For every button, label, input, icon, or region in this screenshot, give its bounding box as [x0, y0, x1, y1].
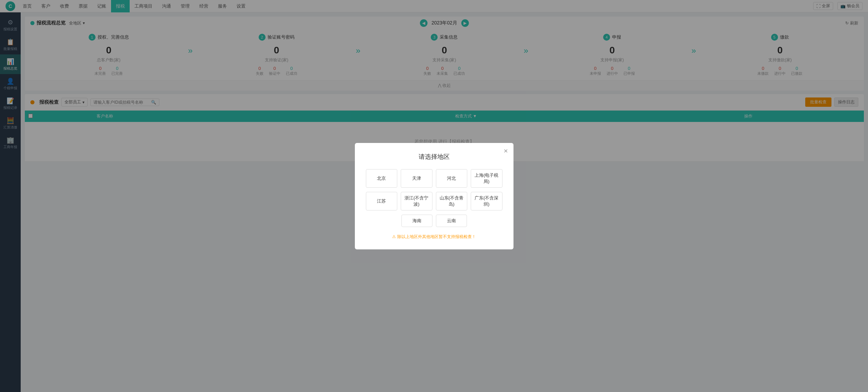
modal-title: 请选择地区 — [366, 153, 502, 161]
modal-warning: ⚠ 除以上地区外其他地区暂不支持报税检查！ — [366, 234, 502, 240]
region-row-1: 北京 天津 河北 上海(电子税局) — [366, 169, 502, 188]
warning-text: 除以上地区外其他地区暂不支持报税检查！ — [397, 234, 476, 240]
region-row-2: 江苏 浙江(不含宁波) 山东(不含青岛) 广东(不含深圳) — [366, 192, 502, 210]
region-beijing[interactable]: 北京 — [366, 169, 398, 188]
region-shandong[interactable]: 山东(不含青岛) — [436, 192, 468, 210]
region-zhejiang[interactable]: 浙江(不含宁波) — [401, 192, 432, 210]
region-jiangsu[interactable]: 江苏 — [366, 192, 398, 210]
modal-close-button[interactable]: ✕ — [503, 148, 508, 154]
region-row-3: 海南 云南 — [366, 215, 502, 227]
warning-icon: ⚠ — [392, 234, 396, 239]
region-yunnan[interactable]: 云南 — [436, 215, 467, 227]
region-guangdong[interactable]: 广东(不含深圳) — [471, 192, 502, 210]
region-hainan[interactable]: 海南 — [401, 215, 432, 227]
region-tianjin[interactable]: 天津 — [401, 169, 432, 188]
region-shanghai[interactable]: 上海(电子税局) — [471, 169, 502, 188]
modal-overlay[interactable]: ✕ 请选择地区 北京 天津 河北 上海(电子税局) 江苏 浙江(不含宁波) 山东… — [0, 0, 868, 392]
region-select-modal: ✕ 请选择地区 北京 天津 河北 上海(电子税局) 江苏 浙江(不含宁波) 山东… — [355, 143, 513, 249]
region-hebei[interactable]: 河北 — [436, 169, 468, 188]
